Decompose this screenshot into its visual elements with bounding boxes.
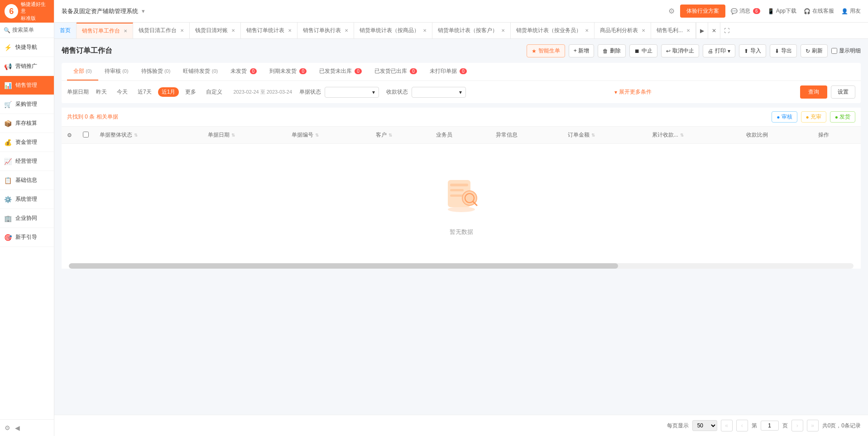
tab-close-icon[interactable]: ✕ (231, 28, 235, 33)
col-collection-ratio: 收款比例 (741, 127, 813, 144)
filter-tab-not-shipped[interactable]: 未发货 0 (224, 63, 263, 81)
tab-sales-stats-product[interactable]: 销货单统计表（按商品） ✕ (354, 23, 432, 39)
tab-sales-order-workbench[interactable]: 销售订单工作台 ✕ (77, 23, 133, 39)
per-page-select[interactable]: 50 20 100 (692, 420, 717, 431)
ship-button[interactable]: ● 发货 (830, 111, 855, 123)
print-button[interactable]: 🖨 打印 ▾ (703, 44, 735, 57)
first-page-btn[interactable]: « (721, 420, 733, 431)
tab-sales-stats-staff[interactable]: 销货单统计表（按业务员） ✕ (511, 23, 595, 39)
add-button[interactable]: + 新增 (569, 44, 594, 57)
tab-close-icon[interactable]: ✕ (288, 28, 292, 33)
tab-sales-order-stats[interactable]: 销售订单统计表 ✕ (241, 23, 297, 39)
audit-button[interactable]: ● 审核 (772, 111, 797, 123)
col-settings[interactable]: ⚙ (62, 127, 77, 144)
expand-conditions-btn[interactable]: ▾ 展开更多条件 (614, 88, 652, 96)
last-page-btn[interactable]: » (807, 420, 819, 431)
sidebar-item-basic-info[interactable]: 📋 基础信息 (0, 171, 54, 190)
tab-close-icon[interactable]: ✕ (345, 28, 348, 33)
tab-close-icon[interactable]: ✕ (642, 28, 645, 33)
industry-solution-button[interactable]: 体验行业方案 (680, 5, 725, 18)
date-chip-7days[interactable]: 近7天 (134, 87, 155, 97)
filter-tab-not-printed[interactable]: 未打印单据 0 (423, 63, 473, 81)
collection-select[interactable]: ▾ (412, 87, 466, 98)
app-download-action[interactable]: 📱 App下载 (767, 7, 796, 15)
query-button[interactable]: 查询 (800, 85, 827, 99)
sidebar-item-sales[interactable]: 📊 销售管理 (0, 76, 54, 95)
sidebar-item-quick-nav[interactable]: ⚡ 快捷导航 (0, 38, 54, 57)
tab-home[interactable]: 首页 (54, 23, 77, 39)
export-button[interactable]: ⬇ 导出 (770, 44, 797, 57)
sidebar-item-system[interactable]: ⚙️ 系统管理 (0, 190, 54, 209)
collapse-sidebar-icon[interactable]: ◀ (15, 424, 20, 431)
filter-setting-button[interactable]: 设置 (831, 85, 855, 99)
search-menu[interactable]: 🔍 搜索菜单 (0, 23, 54, 38)
col-checkbox[interactable] (77, 127, 94, 144)
tab-sales-stats-customer[interactable]: 销货单统计表（按客户） ✕ (432, 23, 511, 39)
stop-button[interactable]: ⏹ 中止 (629, 44, 657, 57)
online-service-action[interactable]: 🎧 在线客服 (804, 7, 834, 15)
select-all-checkbox[interactable] (83, 132, 89, 137)
import-button[interactable]: ⬆ 导入 (739, 44, 766, 57)
operations-icon: 📈 (4, 158, 12, 165)
tab-close-icon[interactable]: ✕ (501, 28, 505, 33)
topbar-gear-icon[interactable]: ⚙ (668, 7, 675, 15)
settings-gear-icon[interactable]: ⚙ (5, 424, 10, 431)
tab-cash-daily[interactable]: 钱货日清工作台 ✕ (133, 23, 190, 39)
sidebar-item-operations[interactable]: 📈 经营管理 (0, 152, 54, 171)
sidebar-item-inventory[interactable]: 📦 库存核算 (0, 114, 54, 133)
tab-cash-reconcile[interactable]: 钱货日清对账 ✕ (190, 23, 241, 39)
chevron-down-icon: ▾ (142, 8, 145, 14)
delete-button[interactable]: 🗑 删除 (598, 44, 626, 57)
refresh-button[interactable]: ↻ 刷新 (801, 44, 828, 57)
date-chip-more[interactable]: 更多 (182, 87, 200, 97)
orders-table: ⚙ 单据整体状态 ⇅ 单据日期 ⇅ (62, 127, 861, 263)
date-chip-custom[interactable]: 自定义 (202, 87, 226, 97)
message-icon: 💬 (731, 8, 738, 14)
filter-tab-wangpu-pending[interactable]: 旺铺待发货 (0) (177, 63, 224, 81)
message-action[interactable]: 💬 消息 6 (731, 7, 760, 15)
show-detail-checkbox[interactable]: 显示明细 (831, 47, 861, 55)
tab-sales-order-exec[interactable]: 销售订单执行表 ✕ (297, 23, 354, 39)
tab-sales-more[interactable]: 销售毛利... ✕ (651, 23, 696, 39)
sidebar-item-enterprise[interactable]: 🏢 企业协同 (0, 209, 54, 228)
marketing-icon: 📢 (4, 63, 12, 70)
sidebar-item-purchase[interactable]: 🛒 采购管理 (0, 95, 54, 114)
tab-close-all-btn[interactable]: ✕ (708, 23, 720, 39)
sidebar: 6 畅捷通好生意 标准版 🔍 搜索菜单 ⚡ 快捷导航 📢 营销推广 📊 销售管理… (0, 0, 54, 436)
filter-tab-shipped-not-out[interactable]: 已发货未出库 0 (313, 63, 368, 81)
filter-tab-all[interactable]: 全部 (0) (67, 63, 98, 81)
page-input[interactable] (761, 421, 779, 431)
scrollbar-thumb[interactable] (69, 263, 618, 269)
horizontal-scrollbar[interactable] (69, 263, 854, 269)
status-select[interactable]: ▾ (325, 87, 379, 98)
show-detail-input[interactable] (831, 48, 837, 54)
date-chip-1month[interactable]: 近1月 (158, 87, 179, 97)
tab-close-icon[interactable]: ✕ (124, 28, 127, 33)
date-chip-today[interactable]: 今天 (113, 87, 131, 97)
next-page-btn[interactable]: › (791, 420, 803, 431)
date-chip-yesterday[interactable]: 昨天 (92, 87, 110, 97)
sidebar-item-guide[interactable]: 🎯 新手引导 (0, 228, 54, 247)
filter-tabs-container: 全部 (0) 待审核 (0) 待拣验货 (0) 旺铺待发货 (0) 未发货 (62, 63, 861, 103)
date-filter-group: 单据日期 昨天 今天 近7天 近1月 更多 自定义 (67, 87, 226, 97)
smart-create-button[interactable]: ★ 智能生单 (527, 44, 565, 57)
filter-tab-pending-review[interactable]: 待审核 (0) (98, 63, 135, 81)
tab-product-margin[interactable]: 商品毛利分析表 ✕ (595, 23, 651, 39)
filter-tab-shipped-out[interactable]: 已发货已出库 0 (368, 63, 423, 81)
user-profile-action[interactable]: 👤 用友 (841, 7, 861, 15)
tab-close-icon[interactable]: ✕ (423, 28, 427, 33)
prev-page-btn[interactable]: ‹ (736, 420, 748, 431)
filter-tab-overdue-not-shipped[interactable]: 到期未发货 0 (263, 63, 313, 81)
tab-scroll-right-btn[interactable]: ▶ (696, 23, 708, 39)
cancel-stop-button[interactable]: ↩ 取消中止 (661, 44, 699, 57)
tab-close-icon[interactable]: ✕ (180, 28, 184, 33)
tabbar: 首页 销售订单工作台 ✕ 钱货日清工作台 ✕ 钱货日清对账 ✕ 销售订单统计表 … (54, 23, 868, 39)
sidebar-item-marketing[interactable]: 📢 营销推广 (0, 57, 54, 76)
sidebar-item-finance[interactable]: 💰 资金管理 (0, 133, 54, 152)
revoke-button[interactable]: ● 充审 (801, 111, 826, 123)
tab-expand-btn[interactable]: ⛶ (720, 23, 733, 39)
sort-icon: ⇅ (231, 133, 235, 137)
tab-close-icon[interactable]: ✕ (686, 28, 690, 33)
filter-tab-pending-inspection[interactable]: 待拣验货 (0) (135, 63, 177, 81)
tab-close-icon[interactable]: ✕ (585, 28, 589, 33)
